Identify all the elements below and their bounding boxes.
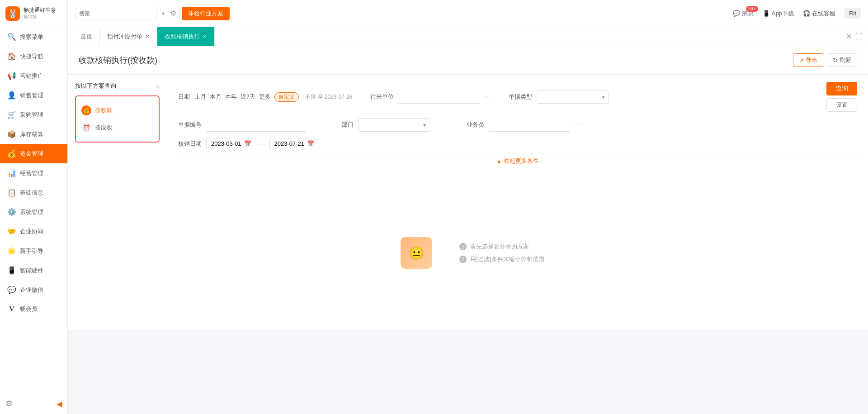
home-icon: 🏠 <box>7 52 16 61</box>
app-label: App下载 <box>772 10 794 18</box>
page-header: 收款核销执行(按收款) ↗ 导出 ↻ 刷新 <box>68 46 868 75</box>
tab-close-icon[interactable]: ✕ <box>846 32 852 41</box>
topbar-app-download[interactable]: 📱 App下载 <box>763 10 794 18</box>
date-shortcut-this-month[interactable]: 本月 <box>210 93 222 101</box>
topbar-chevron-icon[interactable]: ▾ <box>162 10 165 17</box>
refresh-button[interactable]: ↻ 刷新 <box>827 53 857 67</box>
counterpart-ellipsis[interactable]: ··· <box>484 93 490 101</box>
date-filter-group: 日期 上月 本月 本年 近7天 更多 自定义 不限 至 2023-07-26 <box>178 92 352 102</box>
filter-sidebar-collapse[interactable]: » <box>156 82 160 90</box>
empty-illustration: 😐 <box>392 228 441 278</box>
verify-date-end-input[interactable]: 2023-07-21 📅 <box>269 138 320 149</box>
export-icon: ↗ <box>799 57 804 64</box>
sidebar-item-vip[interactable]: V 畅会员 <box>0 300 67 319</box>
topbar-gear-icon[interactable]: ⚙ <box>170 9 176 18</box>
sidebar-item-hardware[interactable]: 📱 智能硬件 <box>0 261 67 280</box>
filter-row-2: 单据编号 部门 ▾ 业务员 ··· <box>178 118 857 132</box>
settings-button[interactable]: 设置 <box>826 98 857 112</box>
logo-line1: 畅捷通好生意 <box>24 7 56 14</box>
topbar-right: 💬 消息 99+ 📱 App下载 🎧 在线客服 Rit <box>733 8 861 19</box>
topbar-user[interactable]: Rit <box>844 8 861 19</box>
sidebar-label-marketing: 营销推广 <box>20 72 43 80</box>
doc-type-label: 单据类型 <box>509 93 532 101</box>
vip-icon: V <box>7 305 16 313</box>
filter-option-by-receipt[interactable]: 💰 按收款 <box>81 102 153 119</box>
page-content: 收款核销执行(按收款) ↗ 导出 ↻ 刷新 按以下方案查询 » <box>68 46 868 414</box>
tab-expand-icon[interactable]: ⛶ <box>855 33 863 41</box>
filter-sidebar: 按以下方案查询 » 💰 按收款 ⏰ 按应收 <box>68 75 167 176</box>
sidebar-item-operations[interactable]: 📊 经营管理 <box>0 163 67 183</box>
sidebar-settings-icon[interactable]: ⚙ <box>5 399 13 409</box>
dept-select[interactable]: ▾ <box>358 118 430 132</box>
collapse-more-icon: ▲ <box>496 158 502 165</box>
filter-option-by-receivable[interactable]: ⏰ 按应收 <box>81 119 153 136</box>
tab-collection-close[interactable]: ✕ <box>203 33 207 40</box>
date-shortcut-this-year[interactable]: 本年 <box>225 93 237 101</box>
tab-prepaid-close[interactable]: ✕ <box>145 33 150 40</box>
sidebar-item-wechat[interactable]: 💬 企业微信 <box>0 280 67 300</box>
filter-sidebar-title: 按以下方案查询 <box>75 82 116 90</box>
topbar: ▾ ⚙ 体验行业方案 💬 消息 99+ 📱 App下载 🎧 在线客服 Rit <box>68 0 868 27</box>
date-shortcut-custom[interactable]: 自定义 <box>274 92 299 102</box>
sidebar-item-guide[interactable]: 🌟 新手引导 <box>0 241 67 261</box>
export-label: 导出 <box>806 56 817 64</box>
sidebar-item-quick-nav[interactable]: 🏠 快捷导航 <box>0 47 67 66</box>
date-no-limit: 不限 至 2023-07-26 <box>305 93 352 101</box>
collapse-more-button[interactable]: ▲ 收起更多条件 <box>178 153 857 169</box>
doc-no-input-area[interactable] <box>206 118 306 132</box>
doc-type-select[interactable]: ▾ <box>537 90 609 104</box>
staff-input-area[interactable] <box>489 118 570 132</box>
sidebar-label-vip: 畅会员 <box>20 305 38 313</box>
sidebar-label-wechat: 企业微信 <box>20 286 43 294</box>
topbar-message[interactable]: 💬 消息 99+ <box>733 10 754 18</box>
filter-option-receipt-label: 按收款 <box>95 106 113 114</box>
service-label: 在线客服 <box>812 10 835 18</box>
sidebar-label-quick-nav: 快捷导航 <box>20 52 43 61</box>
tab-prepaid-label: 预付冲应付单 <box>107 33 142 41</box>
empty-robot-box: 😐 <box>401 237 432 269</box>
export-button[interactable]: ↗ 导出 <box>793 53 823 67</box>
sidebar-item-finance[interactable]: 💰 资金管理 <box>0 144 67 163</box>
page-actions: ↗ 导出 ↻ 刷新 <box>793 53 857 67</box>
date-shortcuts: 上月 本月 本年 近7天 更多 自定义 <box>194 92 299 102</box>
hardware-icon: 📱 <box>7 266 16 275</box>
system-icon: ⚙️ <box>7 208 16 216</box>
topbar-search-input[interactable] <box>75 7 156 20</box>
date-filter-label: 日期 <box>178 93 190 101</box>
empty-state: 😐 1 请先选择要分析的方案 2 用[过滤]条件来缩小分析范围 <box>68 176 868 330</box>
verify-date-start-cal-icon: 📅 <box>244 140 251 147</box>
empty-state-content: 😐 1 请先选择要分析的方案 2 用[过滤]条件来缩小分析范围 <box>392 228 544 278</box>
staff-ellipsis[interactable]: ··· <box>575 121 580 129</box>
date-shortcut-last-month[interactable]: 上月 <box>194 93 206 101</box>
sidebar-item-search[interactable]: 🔍 搜索菜单 <box>0 27 67 47</box>
counterpart-label: 往来单位 <box>370 93 394 101</box>
sidebar-item-enterprise[interactable]: 🤝 企业协同 <box>0 222 67 241</box>
tab-home-label: 首页 <box>80 33 92 41</box>
sidebar-item-sales[interactable]: 👤 销售管理 <box>0 86 67 105</box>
tab-home[interactable]: 首页 <box>73 27 100 46</box>
tab-collection[interactable]: 收款核销执行 ✕ <box>157 27 215 46</box>
date-shortcut-more[interactable]: 更多 <box>259 93 271 101</box>
sidebar-item-system[interactable]: ⚙️ 系统管理 <box>0 202 67 222</box>
verify-date-start-input[interactable]: 2023-03-01 📅 <box>206 138 256 149</box>
tab-prepaid[interactable]: 预付冲应付单 ✕ <box>100 27 157 46</box>
sidebar-nav: 🔍 搜索菜单 🏠 快捷导航 📢 营销推广 👤 销售管理 🛒 采购管理 📦 库存核… <box>0 27 67 393</box>
sidebar-item-inventory[interactable]: 📦 库存核算 <box>0 124 67 144</box>
logo-icon: 🐰 <box>5 6 20 21</box>
sidebar-item-basic-info[interactable]: 📋 基础信息 <box>0 183 67 202</box>
message-badge: 99+ <box>746 6 758 12</box>
industry-solution-button[interactable]: 体验行业方案 <box>182 7 230 20</box>
verify-date-label: 核销日期 <box>178 140 202 148</box>
doc-type-filter-group: 单据类型 ▾ <box>509 90 609 104</box>
date-shortcut-7days[interactable]: 近7天 <box>241 93 255 101</box>
doc-no-filter-group: 单据编号 <box>178 118 306 132</box>
query-button[interactable]: 查询 <box>826 82 857 95</box>
sidebar-item-purchase[interactable]: 🛒 采购管理 <box>0 105 67 124</box>
sidebar-label-operations: 经营管理 <box>20 169 43 177</box>
sidebar-logo: 🐰 畅捷通好生意 标准版 <box>0 0 67 27</box>
sidebar-collapse-icon[interactable]: ◀ <box>57 400 62 408</box>
topbar-online-service[interactable]: 🎧 在线客服 <box>803 10 835 18</box>
sidebar-item-marketing[interactable]: 📢 营销推广 <box>0 66 67 86</box>
empty-step-2: 2 用[过滤]条件来缩小分析范围 <box>459 255 544 263</box>
basic-info-icon: 📋 <box>7 188 16 197</box>
